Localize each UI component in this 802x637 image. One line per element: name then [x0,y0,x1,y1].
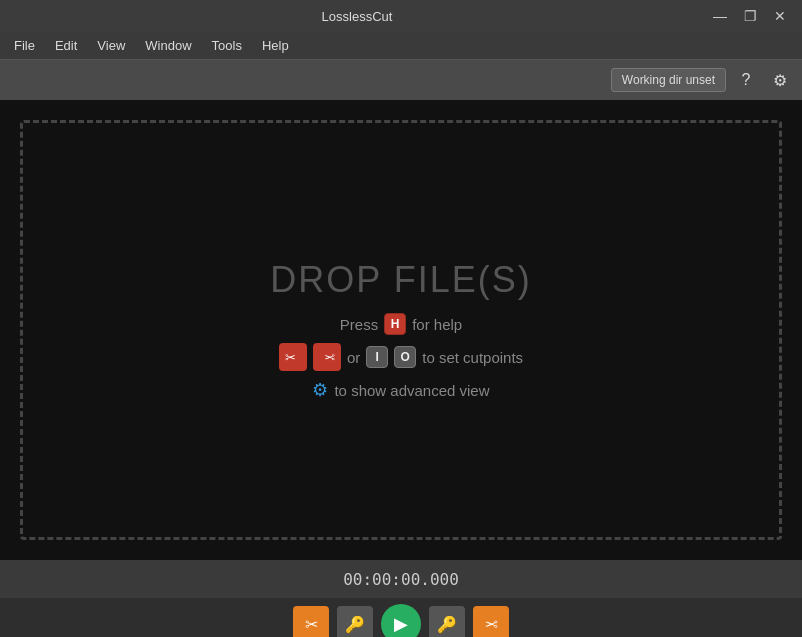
maximize-button[interactable]: ❐ [736,5,764,27]
timecode-display: 00:00:00.000 [343,570,459,589]
advanced-view-label: to show advanced view [334,382,489,399]
press-label: Press [340,316,378,333]
or-label: or [347,349,360,366]
i-key-badge: I [366,346,388,368]
drop-instructions: Press H for help ✂ ✂ or I O [279,313,523,401]
help-button[interactable]: ? [732,66,760,94]
advanced-view-icon: ⚙ [312,379,328,401]
cut-start-button[interactable]: ✂ [293,606,329,637]
menu-edit[interactable]: Edit [45,34,87,57]
drop-title: DROP FILE(S) [270,259,531,301]
for-help-label: for help [412,316,462,333]
o-key-badge: O [394,346,416,368]
menu-tools[interactable]: Tools [202,34,252,57]
advanced-view-instruction: ⚙ to show advanced view [312,379,489,401]
settings-button[interactable]: ⚙ [766,66,794,94]
minimize-button[interactable]: — [706,5,734,27]
menu-window[interactable]: Window [135,34,201,57]
play-button[interactable]: ▶ [381,604,421,637]
video-drop-area[interactable]: DROP FILE(S) Press H for help ✂ ✂ [0,100,802,560]
controls-bar: ✂ 🔑 ▶ 🔑 ✂ [0,598,802,637]
set-cutpoints-label: to set cutpoints [422,349,523,366]
menu-view[interactable]: View [87,34,135,57]
menu-file[interactable]: File [4,34,45,57]
cut-right-icon: ✂ [313,343,341,371]
cut-left-icon: ✂ [279,343,307,371]
window-title: LosslessCut [8,9,706,24]
window-buttons: — ❐ ✕ [706,5,794,27]
h-key-badge: H [384,313,406,335]
svg-text:✂: ✂ [324,350,335,365]
toolbar: Working dir unset ? ⚙ [0,60,802,100]
menu-help[interactable]: Help [252,34,299,57]
key-left-button[interactable]: 🔑 [337,606,373,637]
key-right-button[interactable]: 🔑 [429,606,465,637]
menubar: File Edit View Window Tools Help [0,32,802,60]
titlebar: LosslessCut — ❐ ✕ [0,0,802,32]
svg-text:✂: ✂ [285,350,296,365]
help-instruction: Press H for help [340,313,462,335]
working-dir-button[interactable]: Working dir unset [611,68,726,92]
drop-frame: DROP FILE(S) Press H for help ✂ ✂ [20,120,782,540]
timeline-area: 00:00:00.000 [0,560,802,598]
cut-end-button[interactable]: ✂ [473,606,509,637]
close-button[interactable]: ✕ [766,5,794,27]
cutpoints-instruction: ✂ ✂ or I O to set cutpoints [279,343,523,371]
